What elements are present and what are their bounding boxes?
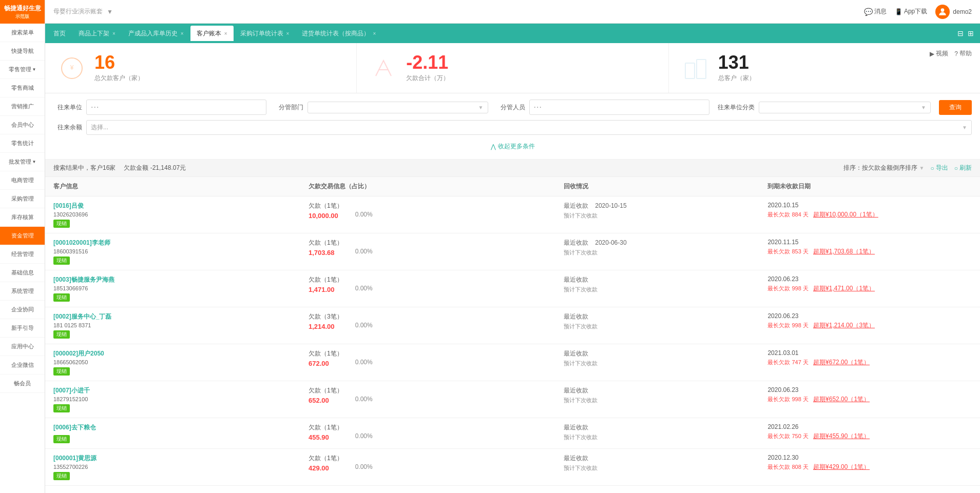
tab-close-icon-4[interactable]: × (286, 31, 290, 36)
overdue-link-4[interactable]: 超期¥672.00（1笔） (813, 359, 870, 366)
overdue-link-1[interactable]: 超期¥1,703.68（1笔） (813, 248, 875, 255)
overdue-link-6[interactable]: 超期¥455.90（1笔） (813, 432, 870, 440)
message-label: 消息 (874, 7, 887, 16)
debt-amount-5: 652.00 (309, 397, 343, 404)
sidebar-item-经营管理[interactable]: 经营管理 (0, 245, 45, 264)
sidebar-item-零售商城[interactable]: 零售商城 (0, 79, 45, 97)
debt-ratio-3: 0.00% (355, 312, 373, 329)
tab-3[interactable]: 客户账本× (190, 26, 234, 41)
app-download-button[interactable]: 📱 App下载 (895, 7, 927, 16)
sidebar-item-新手引导[interactable]: 新手引导 (0, 319, 45, 338)
source-unit-dots: ··· (91, 103, 99, 112)
filter-src-cat-label: 往来单位分类 (718, 103, 755, 112)
tab-4[interactable]: 采购订单统计表× (234, 26, 296, 41)
debt-ratio-1: 0.00% (355, 239, 373, 255)
filter-balance: 往来余额 选择... ▼ (53, 120, 972, 135)
customer-name-0[interactable]: [0016]吕俊 (53, 202, 309, 210)
sidebar-item-快捷导航[interactable]: 快捷导航 (0, 42, 45, 61)
sidebar-item-会员中心[interactable]: 会员中心 (0, 116, 45, 134)
recent-label-6: 最近收款 (564, 423, 768, 432)
tab-2[interactable]: 产成品入库单历史× (122, 26, 190, 41)
table-row-1: [0001020001]李老师 18600391516 现销 欠款（1笔） 1,… (45, 233, 980, 270)
minimize-icon[interactable]: ⊟ (957, 29, 964, 37)
tab-close-icon-1[interactable]: × (112, 31, 116, 36)
tab-5[interactable]: 进货单统计表（按商品）× (296, 26, 382, 41)
sidebar-item-畅会员[interactable]: 畅会员 (0, 374, 45, 393)
sort-selector[interactable]: 排序：按欠款金额倒序排序 ▼ (843, 164, 925, 172)
overdue-info-2: 最长欠款 998 天 超期¥1,471.00（1笔） (767, 284, 972, 293)
overdue-link-7[interactable]: 超期¥429.00（1笔） (813, 463, 870, 470)
overdue-cell-5: 2020.06.23 最长欠款 998 天 超期¥652.00（1笔） (767, 386, 972, 404)
tab-0[interactable]: 首页 (47, 26, 72, 41)
help-btn[interactable]: ? 帮助 (954, 49, 972, 58)
tab-1[interactable]: 商品上下架× (72, 26, 122, 41)
customer-name-3[interactable]: [0002]服务中心_丁磊 (53, 312, 309, 321)
table-body: [0016]吕俊 13026203696 现销 欠款（1笔） 10,000.00… (45, 196, 980, 486)
query-button[interactable]: 查询 (939, 100, 972, 115)
sidebar-item-系统管理[interactable]: 系统管理 (0, 282, 45, 301)
sidebar-item-应用中心[interactable]: 应用中心 (0, 338, 45, 356)
sidebar-item-库存核算[interactable]: 库存核算 (0, 208, 45, 227)
debt-cell-2: 欠款（1笔） 1,471.00 0.00% (309, 275, 564, 293)
sidebar-item-基础信息[interactable]: 基础信息 (0, 264, 45, 282)
sidebar-item-企业协同[interactable]: 企业协同 (0, 301, 45, 319)
sidebar-item-电商管理[interactable]: 电商管理 (0, 171, 45, 190)
sidebar-item-搜索菜单[interactable]: 搜索菜单 (0, 24, 45, 42)
sidebar-item-营销推广[interactable]: 营销推广 (0, 97, 45, 116)
customer-name-1[interactable]: [0001020001]李老师 (53, 239, 309, 247)
customer-cell-0: [0016]吕俊 13026203696 现销 (53, 202, 309, 228)
col-header-debt: 欠款交易信息（占比） (309, 182, 564, 191)
overdue-info-3: 最长欠款 998 天 超期¥1,214.00（3笔） (767, 321, 972, 330)
stat-value-debt-amount: -2.11 (406, 53, 449, 72)
customer-name-4[interactable]: [000002]用户2050 (53, 349, 309, 358)
top-header: 母婴行业演示账套 ▼ 💬 消息 📱 App下载 demo2 (45, 0, 980, 24)
filter-manager: 分管人员 ··· (496, 100, 709, 115)
filter-row-1: 往来单位 ··· 分管部门 ▼ 分管人员 ··· (53, 100, 972, 115)
table-row-6: [0006]去下粮仓 现销 欠款（1笔） 455.90 0.00% 最近收款 预… (45, 418, 980, 449)
source-category-select[interactable]: ▼ (759, 102, 931, 113)
debt-amount-4: 672.00 (309, 360, 343, 367)
manager-input[interactable]: ··· (529, 100, 709, 115)
source-unit-input[interactable]: ··· (86, 100, 266, 115)
sidebar-item-批发管理[interactable]: 批发管理▼ (0, 153, 45, 171)
sidebar-item-企业微信[interactable]: 企业微信 (0, 356, 45, 374)
user-info[interactable]: demo2 (935, 5, 972, 19)
sort-label: 排序：按欠款金额倒序排序 (843, 164, 917, 172)
message-button[interactable]: 💬 消息 (864, 7, 887, 16)
refresh-button[interactable]: ○ 刷新 (954, 164, 972, 172)
table-row-7: [000001]黄思源 13552700226 现销 欠款（1笔） 429.00… (45, 449, 980, 486)
view-video-btn[interactable]: ▶ 视频 (930, 49, 948, 58)
overdue-link-0[interactable]: 超期¥10,000.00（1笔） (813, 211, 878, 218)
customer-name-5[interactable]: [0007]小进千 (53, 386, 309, 395)
tab-close-icon-5[interactable]: × (373, 31, 376, 36)
sidebar-item-零售管理[interactable]: 零售管理▼ (0, 61, 45, 79)
maximize-icon[interactable]: ⊞ (968, 29, 974, 37)
customer-name-7[interactable]: [000001]黄思源 (53, 454, 309, 463)
recovery-cell-3: 最近收款 预计下次收款 (564, 312, 768, 330)
app-subtitle: 示范版 (15, 13, 29, 20)
sidebar-item-零售统计[interactable]: 零售统计 (0, 134, 45, 153)
debt-count-0: 欠款（1笔） (309, 202, 343, 210)
tab-close-icon-3[interactable]: × (224, 31, 227, 36)
overdue-date-0: 2020.10.15 (767, 202, 972, 209)
sidebar-item-资金管理[interactable]: 资金管理 (0, 227, 45, 245)
overdue-link-2[interactable]: 超期¥1,471.00（1笔） (813, 285, 875, 292)
overdue-link-3[interactable]: 超期¥1,214.00（3笔） (813, 322, 875, 329)
svg-text:¥: ¥ (70, 64, 74, 71)
sidebar-item-采购管理[interactable]: 采购管理 (0, 190, 45, 208)
debt-cell-0: 欠款（1笔） 10,000.00 0.00% (309, 202, 564, 220)
export-button[interactable]: ○ 导出 (931, 164, 948, 172)
overdue-date-3: 2020.06.23 (767, 312, 972, 320)
debt-amount-7: 429.00 (309, 464, 343, 472)
department-select[interactable]: ▼ (308, 102, 488, 113)
customer-name-2[interactable]: [0003]畅捷服务尹海燕 (53, 275, 309, 284)
overdue-link-5[interactable]: 超期¥652.00（1笔） (813, 396, 870, 403)
overdue-cell-4: 2021.03.01 最长欠款 747 天 超期¥672.00（1笔） (767, 349, 972, 367)
collapse-button[interactable]: ⋀ 收起更多条件 (53, 140, 972, 153)
balance-select[interactable]: 选择... ▼ (86, 120, 972, 135)
customer-name-6[interactable]: [0006]去下粮仓 (53, 423, 309, 432)
results-info: 搜索结果中，客户16家 欠款金额 -21,148.07元 (53, 164, 186, 172)
tab-close-icon-2[interactable]: × (181, 31, 184, 36)
industry-label: 母婴行业演示账套 (53, 7, 103, 16)
header-dropdown-icon[interactable]: ▼ (107, 8, 113, 15)
